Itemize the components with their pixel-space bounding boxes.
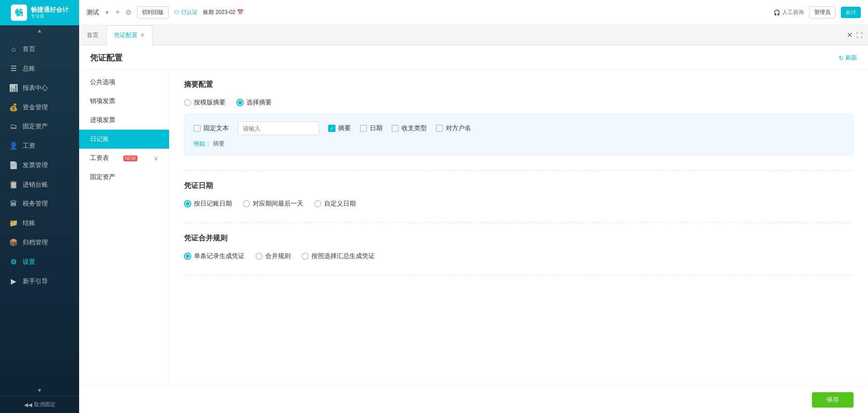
- sidebar-label-invoices: 发票管理: [23, 161, 48, 169]
- sidebar-item-archive[interactable]: 📦 归档管理: [0, 233, 79, 252]
- company-name: 测试: [86, 9, 99, 17]
- sidebar-item-reports[interactable]: 📊 报表中心: [0, 78, 79, 98]
- certified-badge: 🛡 已认证: [174, 9, 198, 16]
- right-content: 摘要配置 按模版摘要 选择摘要: [170, 69, 868, 413]
- consult-btn[interactable]: 🎧 人工咨询: [774, 9, 804, 16]
- add-button[interactable]: +: [115, 8, 120, 17]
- user-btn[interactable]: 管理员: [809, 6, 835, 19]
- date-checkbox-option[interactable]: 日期: [360, 124, 382, 132]
- sidebar-logo: 畅 畅捷通好会计 专业版: [0, 0, 79, 25]
- sidebar-scroll-down[interactable]: ▼: [0, 385, 79, 396]
- merge-radio-group: 单条记录生成凭证 合并规则 按照选择汇总生成凭证: [184, 252, 854, 260]
- page-content: 凭证配置 ↻ 刷新 公共选项 销项发票 进项发票 日记账 工资表 NEW ∨ 固…: [79, 45, 868, 413]
- date-label: 日期: [370, 124, 382, 132]
- tax-icon: 🏛: [9, 200, 18, 208]
- sidebar-label-guide: 新手引导: [23, 277, 48, 286]
- counterpart-checkbox-option[interactable]: 对方户名: [436, 124, 471, 132]
- left-nav: 公共选项 销项发票 进项发票 日记账 工资表 NEW ∨ 固定资产: [79, 69, 170, 413]
- logo-text: 畅捷通好会计 专业版: [31, 6, 69, 20]
- summary-radio-select[interactable]: 选择摘要: [236, 99, 272, 107]
- divider-2: [184, 222, 854, 223]
- merge-section: 凭证合并规则 单条记录生成凭证 合并规则 按照选择汇总生成凭证: [184, 234, 854, 260]
- leftnav-public[interactable]: 公共选项: [79, 73, 169, 92]
- radio-select-summary-label: 按照选择汇总生成凭证: [311, 252, 375, 260]
- date-section: 凭证日期 按日记账日期 对应期间最后一天 自定义日期: [184, 181, 854, 208]
- leftnav-sales-invoice[interactable]: 销项发票: [79, 92, 169, 111]
- example-value: 摘要: [213, 140, 225, 147]
- date-radio-period-last[interactable]: 对应期间最后一天: [243, 200, 303, 208]
- sidebar-label-tax: 税务管理: [23, 200, 48, 208]
- radio-period-last-label: 对应期间最后一天: [253, 200, 303, 208]
- sidebar-item-home[interactable]: ⌂ 首页: [0, 40, 79, 59]
- period-info: 账期 2023-02 📅: [203, 9, 244, 16]
- tab-voucher-config[interactable]: 凭证配置 ✕: [106, 25, 152, 45]
- radio-select-label: 选择摘要: [246, 99, 272, 107]
- summary-radio-template[interactable]: 按模版摘要: [184, 99, 226, 107]
- refresh-btn[interactable]: ↻ 刷新: [839, 54, 857, 62]
- tab-home[interactable]: 首页: [79, 25, 106, 45]
- summary-checkbox-option[interactable]: 摘要: [328, 124, 351, 132]
- company-dropdown-icon[interactable]: ▼: [104, 9, 110, 16]
- sidebar-item-guide[interactable]: ▶ 新手引导: [0, 272, 79, 291]
- divider-3: [184, 275, 854, 275]
- save-button[interactable]: 保存: [812, 392, 854, 408]
- ledger-icon: ☰: [9, 64, 18, 73]
- merge-radio-rule[interactable]: 合并规则: [255, 252, 291, 260]
- sidebar-item-assets[interactable]: 🗂 固定资产: [0, 117, 79, 136]
- sidebar-item-funds[interactable]: 💰 资金管理: [0, 98, 79, 117]
- date-radio-journal[interactable]: 按日记账日期: [184, 200, 232, 208]
- tab-close-icon[interactable]: ✕: [140, 32, 145, 38]
- leftnav-fixed-assets[interactable]: 固定资产: [79, 168, 169, 187]
- topbar-settings-icon[interactable]: ⚙: [125, 8, 132, 17]
- sidebar-label-home: 首页: [23, 45, 35, 53]
- fixed-text-label: 固定文本: [203, 124, 229, 132]
- sidebar-item-invoices[interactable]: 📄 发票管理: [0, 155, 79, 175]
- radio-single-circle: [184, 253, 191, 260]
- checkbox-row: 固定文本 摘要 日期: [193, 122, 844, 135]
- leftnav-journal[interactable]: 日记账: [79, 130, 169, 149]
- sidebar-item-sales[interactable]: 📋 进销台账: [0, 175, 79, 194]
- fixed-text-checkbox: [193, 125, 201, 132]
- merge-radio-select-summary[interactable]: 按照选择汇总生成凭证: [302, 252, 375, 260]
- sidebar-label-assets: 固定资产: [23, 122, 48, 131]
- window-close-btn[interactable]: ✕: [847, 31, 853, 39]
- cancel-fixed-icon: ◀◀: [24, 402, 32, 408]
- cancel-fixed-btn[interactable]: ◀◀ 取消固定: [0, 396, 79, 413]
- sidebar-item-settings[interactable]: ⚙ 设置: [0, 252, 79, 272]
- shield-icon: 🛡: [174, 9, 179, 16]
- radio-period-last-circle: [243, 200, 250, 207]
- main-area: 凭证配置 ↻ 刷新 公共选项 销项发票 进项发票 日记账 工资表 NEW ∨ 固…: [79, 45, 868, 413]
- sidebar-item-closing[interactable]: 📁 结账: [0, 213, 79, 233]
- sidebar: 畅 畅捷通好会计 专业版 ▲ ⌂ 首页 ☰ 总账 📊 报表中心 💰 资金管理 🗂…: [0, 0, 79, 413]
- merge-radio-single[interactable]: 单条记录生成凭证: [184, 252, 245, 260]
- window-expand-btn[interactable]: ⛶: [856, 32, 863, 39]
- tab-voucher-label: 凭证配置: [114, 31, 137, 39]
- summary-title: 摘要配置: [184, 80, 854, 89]
- fixed-text-input[interactable]: [238, 122, 319, 135]
- income-type-checkbox-option[interactable]: 收支类型: [392, 124, 427, 132]
- sidebar-label-settings: 设置: [23, 258, 35, 266]
- sidebar-label-funds: 资金管理: [23, 103, 48, 112]
- new-badge: NEW: [123, 155, 137, 161]
- income-type-label: 收支类型: [401, 124, 427, 132]
- radio-rule-circle: [255, 253, 263, 260]
- page-title: 凭证配置: [90, 52, 123, 63]
- date-radio-group: 按日记账日期 对应期间最后一天 自定义日期: [184, 200, 854, 208]
- leftnav-purchase-invoice[interactable]: 进项发票: [79, 111, 169, 130]
- sidebar-scroll-up[interactable]: ▲: [0, 25, 79, 36]
- archive-icon: 📦: [9, 238, 18, 247]
- sidebar-item-salary[interactable]: 👤 工资: [0, 136, 79, 155]
- leftnav-payroll[interactable]: 工资表 NEW ∨: [79, 149, 169, 168]
- radio-template-label: 按模版摘要: [194, 99, 226, 107]
- summary-label: 摘要: [338, 124, 351, 132]
- role-btn[interactable]: 会计: [841, 7, 861, 18]
- sidebar-nav: ⌂ 首页 ☰ 总账 📊 报表中心 💰 资金管理 🗂 固定资产 👤 工资 📄 发票…: [0, 36, 79, 385]
- radio-custom-circle: [314, 200, 321, 207]
- switch-version-btn[interactable]: 切到旧版: [137, 6, 169, 19]
- sidebar-item-tax[interactable]: 🏛 税务管理: [0, 194, 79, 213]
- counterpart-label: 对方户名: [446, 124, 471, 132]
- income-type-checkbox: [392, 125, 399, 132]
- fixed-text-option[interactable]: 固定文本: [193, 124, 229, 132]
- sidebar-item-ledger[interactable]: ☰ 总账: [0, 59, 79, 78]
- date-radio-custom[interactable]: 自定义日期: [314, 200, 356, 208]
